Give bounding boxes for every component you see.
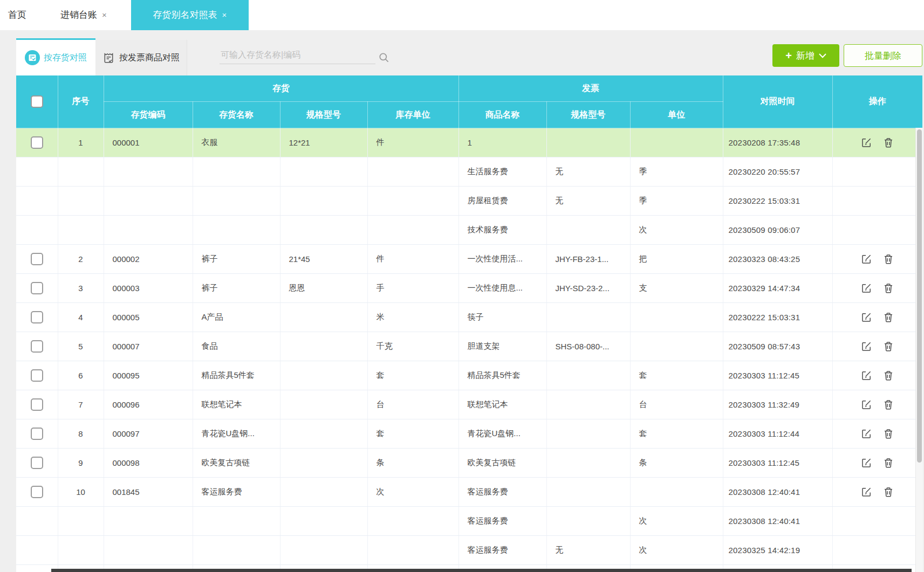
- cell-inventory-name: 青花瓷U盘钢...: [193, 419, 280, 449]
- edit-icon[interactable]: [861, 487, 872, 497]
- top-tab-bar: 首页 进销台账× 存货别名对照表×: [0, 0, 924, 30]
- cell-product-name: 欧美复古项链: [458, 449, 546, 478]
- delete-icon[interactable]: [884, 487, 893, 497]
- edit-icon[interactable]: [861, 341, 872, 352]
- close-icon[interactable]: ×: [102, 10, 107, 19]
- plus-icon: +: [785, 50, 792, 62]
- row-checkbox[interactable]: [31, 136, 43, 149]
- edit-icon[interactable]: [861, 370, 872, 381]
- cell-product-name: 胆道支架: [458, 332, 546, 361]
- cell-compare-time: 20230303 11:32:49: [723, 390, 832, 419]
- row-checkbox[interactable]: [31, 369, 43, 382]
- table-row: 客运服务费无次20230325 14:42:19: [16, 536, 922, 565]
- row-select-cell: [16, 216, 58, 245]
- table-row: 3000003裤子恩恩手一次性使用息...JHY-SD-23-2...支2023…: [16, 274, 922, 303]
- row-checkbox[interactable]: [31, 311, 43, 323]
- delete-icon[interactable]: [884, 341, 893, 352]
- cell-product-name: 一次性使用活...: [458, 245, 546, 274]
- cell-inventory-name: 客运服务费: [193, 478, 280, 507]
- scrollbar-thumb[interactable]: [917, 129, 922, 463]
- row-select-cell: [16, 128, 58, 157]
- row-checkbox[interactable]: [31, 253, 43, 265]
- cell-compare-time: 20230303 11:12:44: [723, 419, 832, 449]
- delete-icon[interactable]: [884, 399, 893, 410]
- subtab-by-inventory[interactable]: 按存货对照: [16, 38, 95, 75]
- cell-product-name: 房屋租赁费: [458, 187, 546, 216]
- row-checkbox[interactable]: [31, 340, 43, 353]
- cell-product-spec: JHY-SD-23-2...: [546, 274, 630, 303]
- cell-seq: 10: [58, 478, 104, 507]
- search-icon[interactable]: [378, 52, 390, 64]
- subtab-by-invoice[interactable]: 按发票商品对照: [95, 40, 187, 75]
- edit-icon[interactable]: [861, 137, 872, 148]
- row-actions-cell: [832, 507, 922, 536]
- cell-inventory-code: [104, 157, 193, 187]
- header-inv-unit: 库存单位: [367, 102, 458, 128]
- tab-home[interactable]: 首页: [8, 0, 26, 30]
- header-prod-spec: 规格型号: [546, 102, 630, 128]
- cell-compare-time: 20230323 08:43:25: [723, 245, 832, 274]
- cell-inventory-name: 联想笔记本: [193, 390, 280, 419]
- edit-icon[interactable]: [861, 429, 872, 439]
- cell-compare-time: 20230208 17:35:48: [723, 128, 832, 157]
- cell-product-spec: 无: [546, 536, 630, 565]
- vertical-scrollbar[interactable]: [915, 128, 923, 572]
- row-select-cell: [16, 507, 58, 536]
- inventory-compare-icon: [25, 50, 40, 65]
- cell-inventory-code: 000001: [104, 128, 193, 157]
- edit-icon[interactable]: [861, 254, 872, 264]
- cell-inventory-name: 裤子: [193, 245, 280, 274]
- row-checkbox[interactable]: [31, 282, 43, 294]
- row-select-cell: [16, 157, 58, 187]
- select-all-cell: [16, 75, 58, 128]
- delete-icon[interactable]: [884, 283, 893, 293]
- row-checkbox[interactable]: [31, 457, 43, 469]
- row-select-cell: [16, 274, 58, 303]
- cell-inventory-name: 衣服: [193, 128, 280, 157]
- table-header: 序号 存货 发票 对照时间 操作 存货编码 存货名称 规格型号 库存单位 商品名…: [16, 75, 922, 128]
- edit-icon[interactable]: [861, 399, 872, 410]
- delete-icon[interactable]: [884, 137, 893, 148]
- delete-icon[interactable]: [884, 370, 893, 381]
- cell-inventory-name: 食品: [193, 332, 280, 361]
- close-icon[interactable]: ×: [222, 10, 227, 19]
- cell-product-name: 筷子: [458, 303, 546, 332]
- cell-seq: 5: [58, 332, 104, 361]
- row-actions-cell: [832, 187, 922, 216]
- cell-inventory-spec: [280, 216, 367, 245]
- row-checkbox[interactable]: [31, 428, 43, 440]
- cell-seq: 3: [58, 274, 104, 303]
- tab-inventory-alias[interactable]: 存货别名对照表×: [131, 0, 249, 30]
- cell-inventory-spec: [280, 303, 367, 332]
- cell-compare-time: 20230329 14:47:34: [723, 274, 832, 303]
- cell-inventory-unit: [367, 507, 458, 536]
- delete-icon[interactable]: [884, 458, 893, 468]
- cell-inventory-spec: [280, 187, 367, 216]
- edit-icon[interactable]: [861, 312, 872, 322]
- table-row: 10001845客运服务费次客运服务费20230308 12:40:41: [16, 478, 922, 507]
- cell-compare-time: 20230308 12:40:41: [723, 507, 832, 536]
- cell-seq: [58, 157, 104, 187]
- cell-inventory-unit: 套: [367, 419, 458, 449]
- cell-compare-time: 20230509 08:57:43: [723, 332, 832, 361]
- batch-delete-button[interactable]: 批量删除: [844, 44, 922, 67]
- edit-icon[interactable]: [861, 458, 872, 468]
- search-input[interactable]: [220, 46, 375, 64]
- delete-icon[interactable]: [884, 254, 893, 264]
- select-all-checkbox[interactable]: [31, 95, 43, 108]
- edit-icon[interactable]: [861, 283, 872, 293]
- cell-compare-time: 20230509 09:06:07: [723, 216, 832, 245]
- row-select-cell: [16, 303, 58, 332]
- delete-icon[interactable]: [884, 429, 893, 439]
- delete-icon[interactable]: [884, 312, 893, 322]
- cell-product-unit: 季: [630, 187, 723, 216]
- cell-inventory-unit: 条: [367, 449, 458, 478]
- tab-ledger[interactable]: 进销台账×: [60, 0, 107, 30]
- cell-inventory-spec: 21*45: [280, 245, 367, 274]
- cell-product-unit: 把: [630, 245, 723, 274]
- row-checkbox[interactable]: [31, 398, 43, 411]
- cell-inventory-code: 000097: [104, 419, 193, 449]
- cell-product-spec: [546, 361, 630, 390]
- row-checkbox[interactable]: [31, 486, 43, 498]
- add-button[interactable]: + 新增: [772, 44, 839, 67]
